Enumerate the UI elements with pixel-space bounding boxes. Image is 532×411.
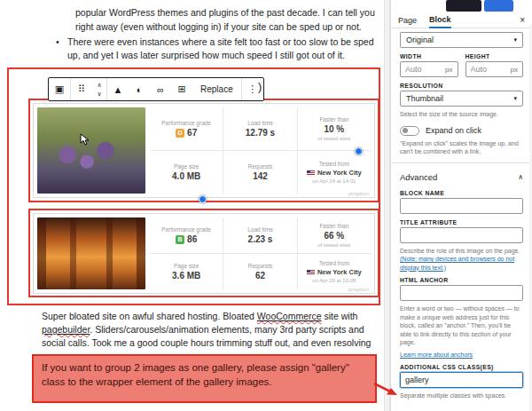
settings-toggle-button[interactable] bbox=[484, 0, 513, 12]
close-icon[interactable]: × bbox=[520, 15, 525, 25]
title-attribute-field-box bbox=[400, 227, 523, 243]
block-name-input[interactable] bbox=[405, 202, 518, 210]
bullet: • bbox=[56, 36, 67, 62]
additional-css-label: ADDITIONAL CSS CLASS(ES) bbox=[400, 364, 523, 370]
px-suffix: px bbox=[445, 66, 452, 74]
height-field-box: px bbox=[466, 61, 524, 77]
move-down-icon[interactable]: ∨ bbox=[92, 90, 106, 99]
paragraph-text: site with bbox=[322, 311, 358, 321]
title-attribute-input[interactable] bbox=[405, 231, 518, 240]
sidebar-tabs: Page Block × bbox=[391, 12, 532, 28]
learn-more-anchors-link[interactable]: Learn more about anchors bbox=[400, 352, 473, 358]
editor-topbar bbox=[391, 0, 532, 12]
resolution-value: Thumbnail bbox=[406, 94, 443, 103]
expand-on-click-toggle[interactable] bbox=[400, 126, 419, 136]
move-buttons: ∧ ∨ bbox=[92, 78, 106, 100]
image-size-value: Original bbox=[406, 36, 434, 44]
gallery-instruction-note: If you want to group 2 images as one gal… bbox=[32, 354, 377, 403]
resize-handle-right[interactable] bbox=[355, 147, 363, 155]
additional-css-help: Separate multiple classes with spaces. bbox=[400, 391, 523, 400]
tab-block[interactable]: Block bbox=[429, 12, 451, 28]
px-suffix: px bbox=[511, 66, 518, 74]
height-label: HEIGHT bbox=[466, 53, 524, 59]
red-arrow bbox=[373, 380, 400, 403]
editor-canvas: popular WordPress themes and plugins of … bbox=[0, 0, 384, 411]
chevron-down-icon: ▾ bbox=[513, 36, 517, 43]
advanced-label: Advanced bbox=[400, 172, 437, 182]
height-input[interactable] bbox=[471, 65, 508, 74]
drag-handle-icon[interactable]: ⠿ bbox=[71, 78, 92, 100]
update-button[interactable] bbox=[446, 0, 481, 12]
editor-scrollbar[interactable] bbox=[384, 0, 390, 411]
list-item-text: There were even instances where a site f… bbox=[67, 36, 379, 62]
link-icon[interactable]: ∞ bbox=[150, 78, 171, 100]
align-icon[interactable]: ▲ bbox=[107, 78, 129, 100]
block-toolbar: ▣ ⠿ ∧ ∨ ▲ ◐ ∞ ⊞ Replace ⋮ bbox=[48, 77, 264, 101]
paragraph-block[interactable]: Super bloated site on awful shared hosti… bbox=[42, 310, 377, 350]
paragraph-text: Super bloated site on awful shared hosti… bbox=[42, 311, 257, 321]
html-anchor-field-box bbox=[400, 285, 523, 301]
chevron-up-icon: ∧ bbox=[518, 173, 523, 181]
block-name-field-box bbox=[400, 198, 523, 214]
title-attribute-help-text: Describe the role of this image on the p… bbox=[400, 248, 520, 254]
resolution-select[interactable]: Thumbnail ▾ bbox=[400, 91, 523, 107]
expand-on-click-help: "Expand on click" scales the image up, a… bbox=[400, 139, 523, 156]
html-anchor-label: HTML ANCHOR bbox=[400, 277, 523, 283]
additional-css-field-box bbox=[400, 372, 523, 388]
paragraph-block[interactable]: popular WordPress themes and plugins of … bbox=[75, 5, 381, 34]
title-attribute-help: Describe the role of this image on the p… bbox=[400, 247, 523, 273]
additional-css-input[interactable] bbox=[405, 375, 518, 384]
woocommerce-link[interactable]: WooCommerce bbox=[257, 311, 322, 321]
resolution-label: RESOLUTION bbox=[400, 83, 523, 89]
crop-icon[interactable]: ⊞ bbox=[171, 78, 192, 100]
divider bbox=[391, 162, 532, 163]
image-block-icon[interactable]: ▣ bbox=[49, 78, 70, 100]
paragraph-fragment: ) bbox=[258, 80, 262, 93]
list-item[interactable]: • There were even instances where a site… bbox=[56, 36, 379, 62]
mouse-cursor bbox=[80, 133, 90, 149]
html-anchor-input[interactable] bbox=[405, 288, 518, 297]
advanced-section-header[interactable]: Advanced ∧ bbox=[400, 170, 523, 185]
duotone-icon[interactable]: ◐ bbox=[129, 78, 150, 100]
replace-button[interactable]: Replace bbox=[192, 78, 241, 100]
title-attribute-note-link[interactable]: (Note: many devices and browsers do not … bbox=[400, 256, 514, 271]
block-name-label: BLOCK NAME bbox=[400, 190, 523, 196]
expand-on-click-row: Expand on click bbox=[400, 126, 523, 136]
expand-on-click-label: Expand on click bbox=[426, 126, 481, 135]
block-settings-panel: Original ▾ WIDTH px HEIGHT px RESOLUTION bbox=[391, 28, 532, 410]
width-field-box: px bbox=[400, 61, 458, 77]
resolution-help: Select the size of the source image. bbox=[400, 110, 523, 119]
html-anchor-help: Enter a word or two — without spaces — t… bbox=[400, 304, 523, 347]
paragraph-text: . Sliders/carousels/animation elements, … bbox=[42, 324, 371, 348]
move-up-icon[interactable]: ∧ bbox=[92, 81, 106, 90]
width-label: WIDTH bbox=[400, 53, 458, 59]
woocommerce-link-text: WooCommerce bbox=[257, 311, 322, 321]
pagebuilder-link[interactable]: pagebuilder bbox=[42, 324, 90, 335]
pagebuilder-link-text: pagebuilder bbox=[42, 324, 90, 335]
image-size-select[interactable]: Original ▾ bbox=[400, 32, 523, 48]
settings-sidebar: Page Block × Original ▾ WIDTH px HEIGHT … bbox=[390, 0, 532, 411]
annotation-rectangle-1 bbox=[28, 99, 379, 202]
tab-page[interactable]: Page bbox=[398, 13, 417, 28]
title-attribute-label: TITLE ATTRIBUTE bbox=[400, 219, 523, 225]
annotation-rectangle-2 bbox=[28, 209, 379, 297]
chevron-down-icon: ▾ bbox=[513, 95, 517, 102]
width-input[interactable] bbox=[405, 65, 442, 74]
resize-handle-bottom[interactable] bbox=[199, 195, 207, 203]
